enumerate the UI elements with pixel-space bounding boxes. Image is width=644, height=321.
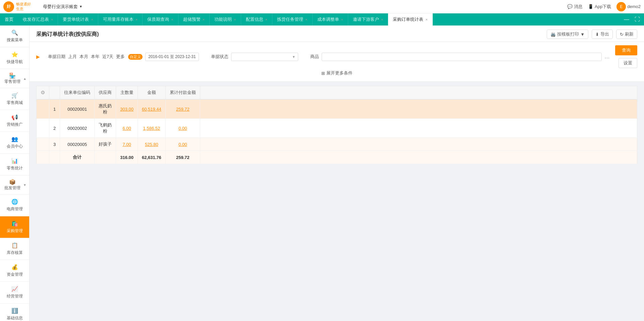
sidebar-label-wholesale-mgmt: 批发管理 xyxy=(4,185,20,191)
shortcut-this-year[interactable]: 本年 xyxy=(91,54,100,60)
qty-link-3[interactable]: 7.00 xyxy=(122,142,131,147)
sidebar-item-finance-mgmt[interactable]: 💰 资金管理 xyxy=(0,260,29,282)
refresh-button[interactable]: ↻ 刷新 xyxy=(616,30,637,39)
th-num xyxy=(49,86,60,100)
qty-link-1[interactable]: 303.00 xyxy=(120,107,133,112)
filter-toggle-icon[interactable]: ▶ xyxy=(36,54,40,59)
sidebar-item-retail-stat[interactable]: 📊 零售统计 xyxy=(0,154,29,175)
shortcut-last-month[interactable]: 上月 xyxy=(68,54,77,60)
sidebar-item-basic-info[interactable]: ℹ️ 基础信息 xyxy=(0,304,29,321)
tab-close-icon[interactable]: × xyxy=(51,17,53,21)
td-amount-1: 60,519.44 xyxy=(138,99,166,119)
sidebar-item-wholesale-mgmt[interactable]: 📦 批发管理 ▼ xyxy=(0,175,29,195)
td-paid-2: 0.00 xyxy=(165,119,200,138)
filter-goods-input[interactable] xyxy=(322,53,602,61)
tab-receive-summary[interactable]: 收发存汇总表 × xyxy=(18,13,58,25)
table-header-row: ⚙ 往来单位编码 供应商 主数量 金额 累计付款金额 xyxy=(37,86,637,100)
app-download-button[interactable]: 📱 App下载 xyxy=(588,4,611,10)
sidebar-item-membership[interactable]: 👥 会员中心 xyxy=(0,132,29,154)
paid-link-2[interactable]: 0.00 xyxy=(178,126,187,131)
td-footer-spacer xyxy=(200,151,637,164)
date-shortcuts: 上月 本月 本年 近7天 更多 自定义 xyxy=(68,54,143,60)
sidebar-item-search[interactable]: 🔍 搜索菜单 xyxy=(0,25,29,47)
tab-function-desc[interactable]: 功能说明 × xyxy=(210,13,241,25)
tab-pick-task[interactable]: 拣货任务管理 × xyxy=(272,13,312,25)
date-range-input[interactable]: 2016-01-01 至 2023-12-31 xyxy=(145,53,199,61)
tab-close-icon[interactable]: × xyxy=(234,17,236,21)
filter-status-select[interactable] xyxy=(231,53,298,61)
expand-more-button[interactable]: ⊞ 展开更多条件 xyxy=(36,68,637,78)
td-settings-1 xyxy=(37,99,49,119)
shortcut-this-month[interactable]: 本月 xyxy=(79,54,88,60)
tab-config-info[interactable]: 配置信息 × xyxy=(241,13,272,25)
table-body: 1 00020001 惠氏奶粉 303.00 60,519.44 259.72 … xyxy=(37,99,637,151)
user-menu-button[interactable]: E demo2 xyxy=(616,2,641,11)
td-amount-2: 1,586.52 xyxy=(138,119,166,138)
amount-link-2[interactable]: 1,586.52 xyxy=(143,126,160,131)
retail-mgmt-arrow-icon: ▲ xyxy=(23,77,26,81)
td-footer-paid: 259.72 xyxy=(165,151,200,164)
tab-close-icon[interactable]: × xyxy=(171,17,173,21)
table-footer: 合计 316.00 62,631.76 259.72 xyxy=(37,151,637,164)
workspace-chevron-icon: ▼ xyxy=(79,5,83,8)
print-icon: 🖨️ xyxy=(550,32,556,37)
column-settings-icon[interactable]: ⚙ xyxy=(41,90,45,95)
tab-stock-ledger[interactable]: 可用量库存账本 × xyxy=(98,13,143,25)
tab-close-icon[interactable]: × xyxy=(203,17,205,21)
export-button[interactable]: ⬇ 导出 xyxy=(592,30,613,39)
qty-link-2[interactable]: 6.00 xyxy=(122,126,131,131)
sidebar-item-ecom-mgmt[interactable]: 🌐 电商管理 xyxy=(0,195,29,216)
sidebar-item-retail-shop[interactable]: 🛒 零售商城 xyxy=(0,88,29,110)
amount-link-1[interactable]: 60,519.44 xyxy=(142,107,161,112)
export-icon: ⬇ xyxy=(595,32,599,37)
tab-close-icon[interactable]: × xyxy=(91,17,93,21)
workspace-selector[interactable]: 母婴行业演示账套 ▼ xyxy=(43,4,83,10)
filter-settings-button[interactable]: 设置 xyxy=(619,58,637,68)
td-footer-label: 合计 xyxy=(60,151,95,164)
tab-close-icon[interactable]: × xyxy=(341,17,343,21)
sidebar-item-marketing[interactable]: 📢 营销推广 xyxy=(0,110,29,132)
tab-expiry-query[interactable]: 保质期查询 × xyxy=(143,13,178,25)
tab-home[interactable]: 首页 xyxy=(0,13,18,25)
paid-link-1[interactable]: 259.72 xyxy=(176,107,190,112)
template-print-label: 按模板打印 xyxy=(557,31,579,37)
shortcut-7-days[interactable]: 近7天 xyxy=(102,54,113,60)
sidebar-item-purchase-mgmt[interactable]: 🛍️ 采购管理 xyxy=(0,216,29,238)
tab-order-summary[interactable]: 要货单统计表 × xyxy=(58,13,98,25)
nav-minus-icon[interactable]: — xyxy=(623,16,631,22)
shortcut-more[interactable]: 更多 xyxy=(116,54,125,60)
sidebar-label-stock-check: 库存核算 xyxy=(7,250,23,256)
tab-cost-adjust[interactable]: 成本调整单 × xyxy=(313,13,348,25)
sidebar-item-retail-mgmt[interactable]: 🏪 零售管理 ▲ xyxy=(0,69,29,88)
filter-goods-dots-icon[interactable]: … xyxy=(604,54,610,60)
template-print-button[interactable]: 🖨️ 按模板打印 ▼ xyxy=(547,30,588,39)
tab-close-active-icon[interactable]: × xyxy=(425,17,427,21)
td-footer-num xyxy=(49,151,60,164)
message-button[interactable]: 💬 消息 xyxy=(567,4,583,10)
amount-link-3[interactable]: 525.80 xyxy=(145,142,158,147)
tab-close-icon[interactable]: × xyxy=(265,17,267,21)
sidebar-item-quick-nav[interactable]: ⭐ 快捷导航 xyxy=(0,47,29,69)
tab-close-icon[interactable]: × xyxy=(305,17,307,21)
th-amount: 金额 xyxy=(138,86,166,100)
tab-overstock-alert[interactable]: 超储预警 × xyxy=(178,13,210,25)
td-supplier-2: 飞鹤奶粉 xyxy=(95,119,116,138)
sidebar-item-stock-check[interactable]: 📋 库存核算 xyxy=(0,238,29,260)
tab-invite-downstream[interactable]: 邀请下游客户 × xyxy=(348,13,388,25)
query-button[interactable]: 查询 xyxy=(615,45,637,55)
th-supplier-name: 供应商 xyxy=(95,86,116,100)
sidebar: 🔍 搜索菜单 ⭐ 快捷导航 🏪 零售管理 ▲ 🛒 零售商城 📢 营销推广 👥 会… xyxy=(0,25,30,321)
paid-link-3[interactable]: 0.00 xyxy=(178,142,187,147)
sidebar-label-retail-stat: 零售统计 xyxy=(7,165,23,171)
td-paid-1: 259.72 xyxy=(165,99,200,119)
sidebar-item-operation-mgmt[interactable]: 📈 经营管理 xyxy=(0,282,29,304)
td-supplier-1: 惠氏奶粉 xyxy=(95,99,116,119)
sidebar-label-membership: 会员中心 xyxy=(7,144,23,149)
td-footer-amount: 62,631.76 xyxy=(138,151,166,164)
td-qty-3: 7.00 xyxy=(116,138,138,151)
nav-expand-icon[interactable]: ⛶ xyxy=(633,16,641,22)
tab-close-icon[interactable]: × xyxy=(381,17,383,21)
tab-purchase-stat[interactable]: 采购订单统计表 × xyxy=(388,13,432,25)
tab-close-icon[interactable]: × xyxy=(136,17,138,21)
sidebar-label-quick-nav: 快捷导航 xyxy=(7,59,23,65)
